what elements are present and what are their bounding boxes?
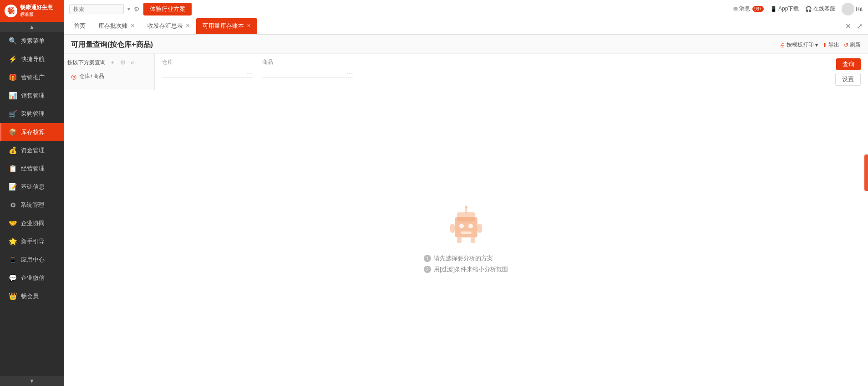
hint-text-1: 请先选择要分析的方案 <box>434 254 493 262</box>
svg-rect-7 <box>450 224 455 233</box>
query-schemes-header: 按以下方案查询 ＋ ⚙ « <box>67 58 151 67</box>
tab-label: 收发存汇总表 <box>147 22 183 30</box>
tab-close-receive-summary[interactable]: ✕ <box>186 23 190 29</box>
export-icon: ⬆ <box>822 42 827 48</box>
vip-icon: 👑 <box>9 292 17 300</box>
action-buttons-col: 查询 设置 <box>827 54 868 90</box>
scheme-item-icon: ◎ <box>71 73 76 80</box>
sidebar-item-search[interactable]: 🔍搜索菜单 <box>0 32 64 50</box>
page-header-actions: 🖨 按模板打印 ▾ ⬆ 导出 ↺ 刷新 <box>780 41 861 49</box>
sidebar-scroll-up[interactable]: ▲ <box>0 22 64 32</box>
sidebar-item-quick-nav[interactable]: ⚡快捷导航 <box>0 50 64 68</box>
query-button[interactable]: 查询 <box>836 58 861 70</box>
new-guide-icon: 🌟 <box>9 237 17 246</box>
page-header: 可用量查询(按仓库+商品) 🖨 按模板打印 ▾ ⬆ 导出 ↺ 刷新 <box>64 35 868 54</box>
gear-icon[interactable]: ⚙ <box>134 5 140 13</box>
tabbar: 首页库存批次账 ✕收发存汇总表 ✕可用量库存账本 ✕ ✕ ⤢ <box>64 18 868 35</box>
settings-button[interactable]: 设置 <box>835 73 861 86</box>
sidebar-item-label: 畅会员 <box>21 292 39 300</box>
svg-point-3 <box>468 224 473 228</box>
query-label: 按以下方案查询 <box>67 59 106 67</box>
sidebar-item-sales[interactable]: 📊销售管理 <box>0 87 64 105</box>
brand-icon: 畅 <box>5 5 17 17</box>
expand-tab-btn[interactable]: ⤢ <box>855 22 864 31</box>
warehouse-more-btn[interactable]: … <box>246 68 253 76</box>
sidebar-item-new-guide[interactable]: 🌟新手引导 <box>0 232 64 251</box>
sidebar-item-operations[interactable]: 📋经营管理 <box>0 160 64 178</box>
sidebar-item-system[interactable]: ⚙系统管理 <box>0 196 64 214</box>
sidebar-item-label: 企业微信 <box>21 274 45 282</box>
main-area: ▾ ⚙ 体验行业方案 ✉ 消息 99+ 📱 App下载 🎧 在线客服 Rit <box>64 0 868 386</box>
add-scheme-btn[interactable]: ＋ <box>108 58 117 67</box>
svg-rect-1 <box>457 212 475 221</box>
tab-batch-ledger[interactable]: 库存批次账 ✕ <box>92 18 141 34</box>
svg-rect-8 <box>477 224 482 233</box>
print-template-btn[interactable]: 🖨 按模板打印 ▾ <box>780 41 818 49</box>
export-btn[interactable]: ⬆ 导出 <box>822 41 839 49</box>
trial-button[interactable]: 体验行业方案 <box>143 3 192 15</box>
scheme-item-label: 仓库+商品 <box>79 72 104 80</box>
online-service-btn[interactable]: 🎧 在线客服 <box>805 5 835 13</box>
sidebar-item-label: 企业协同 <box>21 219 45 227</box>
filter-warehouse-input[interactable] <box>162 69 243 76</box>
sidebar-scroll-down[interactable]: ▼ <box>0 376 64 386</box>
user-name: Rit <box>856 6 863 12</box>
sidebar-item-label: 销售管理 <box>21 92 45 100</box>
svg-rect-9 <box>457 237 462 243</box>
settings-scheme-btn[interactable]: ⚙ <box>119 59 127 66</box>
empty-illustration <box>443 203 489 249</box>
search-input[interactable] <box>69 4 124 14</box>
sidebar-item-marketing[interactable]: 🎁营销推广 <box>0 68 64 87</box>
app-download-btn[interactable]: 📱 App下载 <box>770 5 799 13</box>
filter-goods: 商品 … <box>262 58 353 77</box>
refresh-icon: ↺ <box>844 42 848 48</box>
tab-label: 首页 <box>74 22 86 30</box>
refresh-btn[interactable]: ↺ 刷新 <box>844 41 861 49</box>
hint-item-2: 2 用[过滤]条件来缩小分析范围 <box>424 265 508 273</box>
svg-rect-10 <box>471 237 475 243</box>
sidebar-item-label: 库存核算 <box>21 128 45 136</box>
tab-available-ledger[interactable]: 可用量库存账本 ✕ <box>196 18 257 34</box>
tab-close-available-ledger[interactable]: ✕ <box>247 23 251 29</box>
wechat-icon: 💬 <box>9 274 17 282</box>
sidebar-item-label: 营销推广 <box>21 73 45 82</box>
empty-state: 1 请先选择要分析的方案 2 用[过滤]条件来缩小分析范围 <box>64 90 868 386</box>
inventory-icon: 📦 <box>9 128 17 136</box>
sidebar-item-basic-info[interactable]: 📝基础信息 <box>0 178 64 196</box>
sidebar-item-vip[interactable]: 👑畅会员 <box>0 287 64 305</box>
tab-receive-summary[interactable]: 收发存汇总表 ✕ <box>141 18 196 34</box>
sidebar-item-purchase[interactable]: 🛒采购管理 <box>0 105 64 123</box>
sidebar-item-label: 采购管理 <box>21 110 45 118</box>
filter-goods-input[interactable] <box>262 69 343 76</box>
sidebar-item-wechat[interactable]: 💬企业微信 <box>0 269 64 287</box>
sidebar-item-label: 经营管理 <box>21 165 45 173</box>
tab-close-batch-ledger[interactable]: ✕ <box>131 23 135 29</box>
collapse-btn[interactable]: « <box>130 59 135 66</box>
cooperation-icon: 🤝 <box>9 219 17 227</box>
purchase-icon: 🛒 <box>9 110 17 118</box>
sidebar: 畅 畅康通好生意 标准版 ▲ 🔍搜索菜单⚡快捷导航🎁营销推广📊销售管理🛒采购管理… <box>0 0 64 386</box>
basic-info-icon: 📝 <box>9 183 17 191</box>
marketing-icon: 🎁 <box>9 73 17 82</box>
sidebar-item-label: 资金管理 <box>21 146 45 154</box>
user-avatar-btn[interactable]: Rit <box>842 3 863 15</box>
sidebar-item-app-center[interactable]: 📱应用中心 <box>0 251 64 269</box>
svg-rect-4 <box>461 232 472 234</box>
sidebar-item-label: 新手引导 <box>21 237 45 246</box>
close-tab-btn[interactable]: ✕ <box>843 22 853 31</box>
goods-more-btn[interactable]: … <box>346 68 353 76</box>
right-scrollbar[interactable] <box>864 154 868 191</box>
scheme-item-warehouse-goods[interactable]: ◎ 仓库+商品 <box>67 70 151 82</box>
sidebar-item-inventory[interactable]: 📦库存核算 <box>0 123 64 141</box>
message-btn[interactable]: ✉ 消息 99+ <box>733 5 764 13</box>
sidebar-item-cooperation[interactable]: 🤝企业协同 <box>0 214 64 232</box>
finance-icon: 💰 <box>9 146 17 154</box>
empty-hints: 1 请先选择要分析的方案 2 用[过滤]条件来缩小分析范围 <box>424 254 508 273</box>
filter-fields: 仓库 … 商品 … <box>155 54 827 90</box>
chevron-down-icon[interactable]: ▾ <box>127 6 130 12</box>
chevron-down-icon[interactable]: ▾ <box>815 42 818 48</box>
filter-warehouse-label: 仓库 <box>162 58 253 66</box>
sidebar-item-finance[interactable]: 💰资金管理 <box>0 141 64 160</box>
query-schemes-panel: 按以下方案查询 ＋ ⚙ « ◎ 仓库+商品 <box>64 54 155 90</box>
tab-home[interactable]: 首页 <box>67 18 92 34</box>
